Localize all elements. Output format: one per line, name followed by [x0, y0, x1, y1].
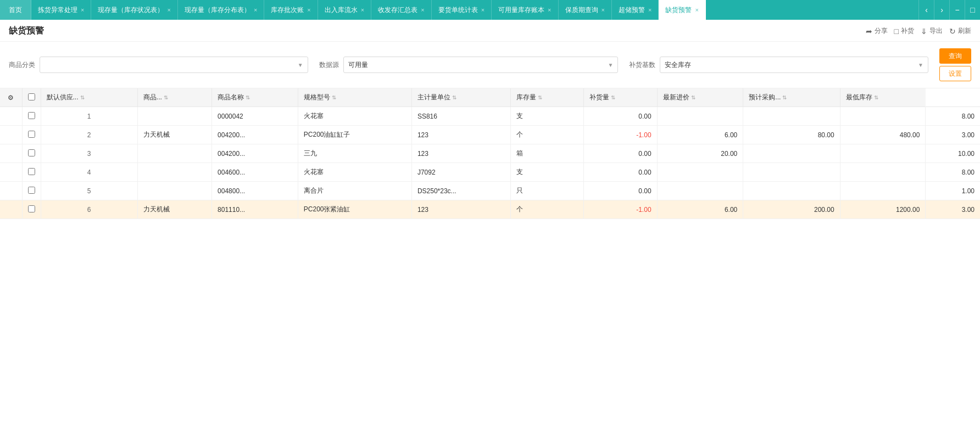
tab-overstock[interactable]: 超储预警 × — [612, 0, 659, 20]
row-stock-qty: -1.00 — [584, 126, 657, 144]
replenish-base-select[interactable]: 安全库存 ▼ — [660, 57, 928, 73]
tab-close-batch-account[interactable]: × — [307, 7, 310, 13]
table-row: 1 0000042 火花塞 SS816 支 0.00 8.00 — [0, 107, 980, 126]
tab-nav-prev[interactable]: ‹ — [918, 0, 934, 20]
replenish-base-arrow-icon: ▼ — [918, 62, 923, 68]
row-checkbox-cell — [22, 163, 41, 182]
tab-flow[interactable]: 出入库流水 × — [318, 0, 371, 20]
tab-requisition-stats[interactable]: 要货单统计表 × — [432, 0, 492, 20]
tab-close-expiry-query[interactable]: × — [602, 7, 605, 13]
page-title: 缺货预警 — [9, 25, 44, 37]
tab-close-inventory-status[interactable]: × — [167, 7, 170, 13]
settings-button[interactable]: 设置 — [939, 66, 971, 81]
tab-shortage[interactable]: 缺货预警 × — [659, 0, 705, 20]
tab-close-receipt-summary[interactable]: × — [421, 7, 424, 13]
row-gear[interactable] — [0, 182, 22, 200]
table-container: ⚙ 默认供应... ⇅ 商品... ⇅ — [0, 88, 980, 219]
sort-icon-replenish: ⇅ — [611, 94, 615, 100]
th-min-stock[interactable]: 最低库存 ⇅ — [840, 88, 926, 107]
row-checkbox-cell — [22, 144, 41, 163]
tab-minimize[interactable]: − — [949, 0, 965, 20]
filter-group-replenish-base: 补货基数 安全库存 ▼ — [629, 57, 928, 73]
filter-actions: 查询 设置 — [939, 48, 971, 81]
tab-batch-account[interactable]: 库存批次账 × — [264, 0, 318, 20]
tab-inventory-status[interactable]: 现存量（库存状况表） × — [91, 0, 177, 20]
row-checkbox[interactable] — [28, 112, 35, 119]
row-gear[interactable] — [0, 107, 22, 126]
tab-nav-next[interactable]: › — [934, 0, 949, 20]
tab-close-abnormal[interactable]: × — [81, 7, 84, 13]
row-product-code: 004600... — [212, 163, 298, 182]
filter-area: 商品分类 ▼ 数据源 可用量 ▼ 补货基数 安全库存 ▼ 查询 设置 — [0, 42, 980, 88]
row-est-purchase: 480.00 — [840, 126, 926, 144]
row-latest-price: 80.00 — [743, 126, 840, 144]
th-spec[interactable]: 规格型号 ⇅ — [298, 88, 411, 107]
tab-expiry-query[interactable]: 保质期查询 × — [559, 0, 612, 20]
export-icon: ⇓ — [921, 27, 927, 36]
gear-icon: ⚙ — [8, 94, 14, 102]
select-all-checkbox[interactable] — [28, 93, 35, 100]
row-gear[interactable] — [0, 144, 22, 163]
tab-close-flow[interactable]: × — [361, 7, 364, 13]
data-table: ⚙ 默认供应... ⇅ 商品... ⇅ — [0, 88, 980, 219]
row-stock-qty: -1.00 — [584, 200, 657, 219]
export-button[interactable]: ⇓ 导出 — [921, 26, 943, 36]
tab-inventory-dist[interactable]: 现存量（库存分布表） × — [178, 0, 264, 20]
row-unit: 支 — [511, 107, 584, 126]
row-checkbox-cell — [22, 182, 41, 200]
refresh-button[interactable]: ↻ 刷新 — [949, 26, 971, 36]
category-select[interactable]: ▼ — [40, 57, 308, 73]
tab-close-available-ledger[interactable]: × — [548, 7, 551, 13]
row-gear[interactable] — [0, 126, 22, 144]
row-checkbox[interactable] — [28, 205, 35, 212]
replenish-button[interactable]: □ 补货 — [894, 26, 914, 36]
row-stock-qty: 0.00 — [584, 144, 657, 163]
th-default-supplier[interactable]: 默认供应... ⇅ — [41, 88, 137, 107]
tab-abnormal[interactable]: 拣货异常处理 × — [31, 0, 91, 20]
row-number: 4 — [41, 163, 137, 182]
datasource-select[interactable]: 可用量 ▼ — [343, 57, 619, 73]
tab-available-ledger[interactable]: 可用量库存账本 × — [492, 0, 558, 20]
th-stock-qty[interactable]: 库存量 ⇅ — [511, 88, 584, 107]
row-gear[interactable] — [0, 163, 22, 182]
row-checkbox[interactable] — [28, 187, 35, 194]
th-est-purchase[interactable]: 预计采购... ⇅ — [743, 88, 840, 107]
tab-close-inventory-dist[interactable]: × — [254, 7, 257, 13]
sort-icon-name: ⇅ — [246, 94, 250, 100]
tab-maximize[interactable]: □ — [965, 0, 980, 20]
row-product-code: 801110... — [212, 200, 298, 219]
tab-home[interactable]: 首页 — [0, 0, 31, 20]
table-row: 4 004600... 火花塞 J7092 支 0.00 8.00 — [0, 163, 980, 182]
row-checkbox[interactable] — [28, 131, 35, 138]
row-product-name: PC200张紧油缸 — [298, 200, 411, 219]
th-replenish-qty[interactable]: 补货量 ⇅ — [584, 88, 657, 107]
replenish-base-value: 安全库存 — [665, 60, 691, 70]
row-checkbox[interactable] — [28, 149, 35, 156]
share-button[interactable]: ➦ 分享 — [866, 26, 888, 36]
row-number: 1 — [41, 107, 137, 126]
tab-close-shortage[interactable]: × — [695, 7, 698, 13]
row-stock-qty: 0.00 — [584, 107, 657, 126]
tab-receipt-summary[interactable]: 收发存汇总表 × — [371, 0, 431, 20]
category-label: 商品分类 — [9, 60, 35, 70]
th-latest-price[interactable]: 最新进价 ⇅ — [657, 88, 743, 107]
row-product-name: 三九 — [298, 144, 411, 163]
th-gear[interactable]: ⚙ — [0, 88, 22, 107]
row-latest-price — [743, 107, 840, 126]
th-product-name[interactable]: 商品名称 ⇅ — [212, 88, 298, 107]
refresh-icon: ↻ — [949, 27, 956, 36]
row-product-name: 火花塞 — [298, 163, 411, 182]
th-product-code[interactable]: 商品... ⇅ — [137, 88, 211, 107]
page-content: 缺货预警 ➦ 分享 □ 补货 ⇓ 导出 ↻ 刷新 商品分类 — [0, 20, 980, 437]
row-unit: 箱 — [511, 144, 584, 163]
tab-close-overstock[interactable]: × — [648, 7, 652, 13]
row-checkbox[interactable] — [28, 168, 35, 175]
query-button[interactable]: 查询 — [939, 48, 971, 64]
th-unit[interactable]: 主计量单位 ⇅ — [411, 88, 510, 107]
row-number: 5 — [41, 182, 137, 200]
row-checkbox-cell — [22, 126, 41, 144]
row-gear[interactable] — [0, 200, 22, 219]
tab-close-requisition-stats[interactable]: × — [481, 7, 485, 13]
row-unit: 个 — [511, 200, 584, 219]
row-est-purchase: 1200.00 — [840, 200, 926, 219]
